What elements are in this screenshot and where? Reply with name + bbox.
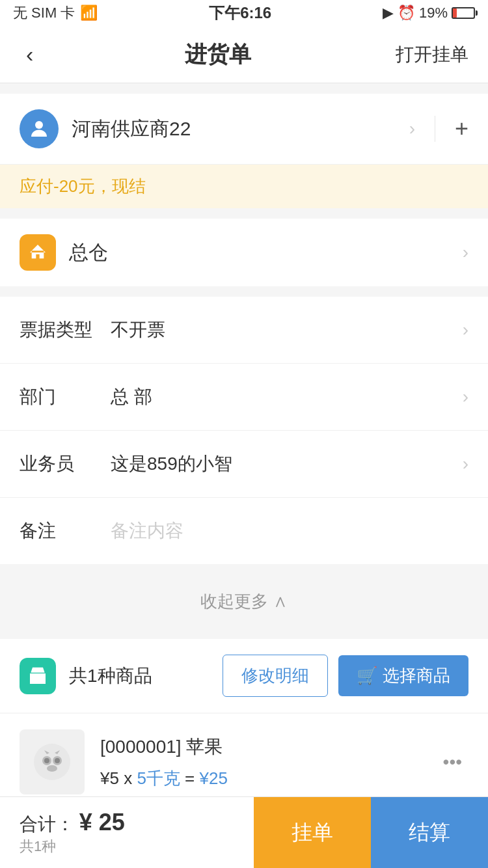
- suspend-button[interactable]: 挂单: [254, 797, 371, 868]
- ticket-type-row[interactable]: 票据类型 不开票 ›: [0, 297, 488, 364]
- salesman-row[interactable]: 业务员 这是859的小智 ›: [0, 431, 488, 498]
- product-more-button[interactable]: •••: [437, 745, 468, 779]
- select-product-button[interactable]: 🛒 选择商品: [338, 655, 468, 696]
- multiply-sign: x: [124, 768, 137, 788]
- svg-point-1: [34, 744, 70, 780]
- cart-icon: 🛒: [357, 666, 377, 686]
- open-pending-button[interactable]: 打开挂单: [396, 42, 468, 67]
- unit-price: ¥5: [100, 768, 119, 788]
- department-value: 总 部: [98, 385, 463, 409]
- department-label: 部门: [20, 385, 98, 409]
- product-name: [0000001] 苹果: [100, 735, 437, 759]
- warehouse-card[interactable]: 总仓 ›: [0, 219, 488, 286]
- product-price: ¥5 x 5千克 = ¥25: [100, 767, 437, 790]
- salesman-label: 业务员: [20, 452, 98, 476]
- battery-text: 19%: [419, 5, 448, 21]
- vertical-divider: [435, 116, 435, 142]
- product-id: [0000001]: [100, 737, 182, 757]
- alarm-icon: ⏰: [398, 5, 415, 21]
- nav-bar: ‹ 进货单 打开挂单: [0, 26, 488, 83]
- collapse-label: 收起更多 ∧: [200, 591, 287, 611]
- collapse-button[interactable]: 收起更多 ∧: [0, 575, 488, 629]
- person-icon: [27, 117, 51, 141]
- total-label: 合计：: [20, 814, 74, 834]
- supplier-chevron-icon: ›: [409, 118, 415, 139]
- checkout-button[interactable]: 结算: [371, 797, 488, 868]
- supplier-name: 河南供应商22: [72, 116, 409, 142]
- quantity: 5千克: [137, 768, 180, 788]
- warehouse-row[interactable]: 总仓 ›: [0, 219, 488, 286]
- product-item: [0000001] 苹果 ¥5 x 5千克 = ¥25 •••: [0, 714, 488, 810]
- warehouse-chevron-icon: ›: [463, 242, 468, 263]
- ticket-type-chevron-icon: ›: [463, 319, 468, 340]
- supplier-row[interactable]: 河南供应商22 › +: [0, 94, 488, 165]
- total-row: 合计： ¥ 25: [20, 809, 234, 837]
- supplier-card: 河南供应商22 › + 应付-20元，现结: [0, 94, 488, 208]
- total-amount: ¥ 25: [79, 809, 125, 835]
- total-section: 合计： ¥ 25 共1种: [0, 797, 254, 868]
- product-count: 共1种商品: [69, 664, 223, 688]
- total-price: ¥25: [200, 768, 228, 788]
- svg-point-6: [47, 765, 57, 772]
- product-thumbnail: [20, 729, 85, 794]
- location-icon: ▶: [383, 5, 394, 21]
- form-card: 票据类型 不开票 › 部门 总 部 › 业务员 这是859的小智 › 备注 备注…: [0, 297, 488, 564]
- status-bar: 无 SIM 卡 📶 下午6:16 ▶ ⏰ 19%: [0, 0, 488, 26]
- status-left: 无 SIM 卡 📶: [13, 3, 98, 23]
- status-right: ▶ ⏰ 19%: [383, 5, 475, 21]
- ticket-type-label: 票据类型: [20, 318, 98, 342]
- warehouse-name: 总仓: [69, 239, 463, 266]
- department-row[interactable]: 部门 总 部 ›: [0, 364, 488, 431]
- battery-icon: [452, 7, 475, 19]
- product-info: [0000001] 苹果 ¥5 x 5千克 = ¥25: [100, 735, 437, 790]
- bag-icon: [27, 666, 48, 686]
- supplier-alert: 应付-20元，现结: [0, 165, 488, 208]
- department-chevron-icon: ›: [463, 387, 468, 407]
- product-icon: [20, 658, 56, 694]
- remark-placeholder: 备注内容: [98, 519, 468, 543]
- status-time: 下午6:16: [209, 3, 271, 23]
- salesman-chevron-icon: ›: [463, 454, 468, 474]
- owl-logo: [33, 742, 72, 781]
- svg-point-0: [35, 121, 43, 129]
- add-supplier-button[interactable]: +: [455, 115, 468, 142]
- supplier-avatar: [20, 109, 59, 148]
- wifi-icon: 📶: [80, 5, 98, 21]
- product-title: 苹果: [186, 737, 223, 757]
- page-title: 进货单: [40, 40, 396, 70]
- edit-detail-button[interactable]: 修改明细: [223, 655, 328, 697]
- back-button[interactable]: ‹: [20, 35, 40, 74]
- warehouse-icon: [20, 234, 56, 271]
- house-icon: [27, 242, 48, 263]
- remark-row[interactable]: 备注 备注内容: [0, 498, 488, 564]
- salesman-value: 这是859的小智: [98, 452, 463, 476]
- select-product-label: 选择商品: [383, 664, 450, 687]
- product-header: 共1种商品 修改明细 🛒 选择商品: [0, 639, 488, 712]
- svg-point-5: [55, 758, 60, 763]
- ticket-type-value: 不开票: [98, 318, 463, 342]
- equals-sign: =: [185, 768, 199, 788]
- svg-point-4: [44, 758, 49, 763]
- total-count: 共1种: [20, 837, 234, 856]
- remark-label: 备注: [20, 519, 98, 543]
- bottom-bar: 合计： ¥ 25 共1种 挂单 结算: [0, 796, 488, 868]
- carrier-text: 无 SIM 卡: [13, 3, 75, 23]
